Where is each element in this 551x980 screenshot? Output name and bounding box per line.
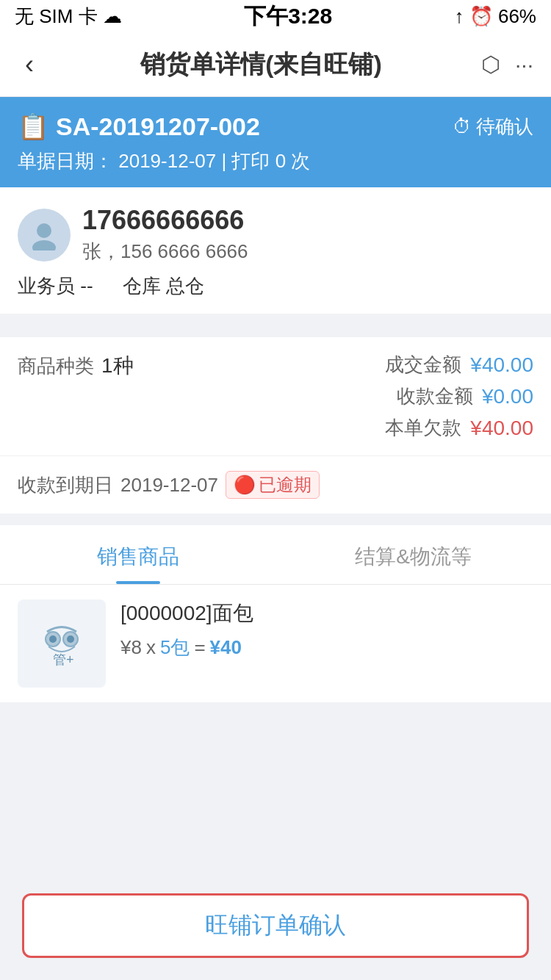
overdue-badge: 🔴 已逾期 (226, 471, 320, 499)
due-section: 收款到期日 2019-12-07 🔴 已逾期 (0, 456, 551, 514)
order-id: 📋 SA-20191207-002 (18, 112, 260, 141)
nav-title: 销货单详情(来自旺铺) (140, 48, 382, 82)
customer-row: 17666666666 张，156 6666 6666 (18, 205, 533, 264)
product-row: 管+ [0000002]面包 ¥8 x 5包 = ¥40 (18, 599, 533, 688)
product-qty: 5包 (160, 635, 190, 660)
due-value: 2019-12-07 (120, 474, 218, 497)
nav-actions: ⬡ ··· (481, 51, 533, 77)
product-price: ¥8 (120, 636, 142, 659)
overdue-icon: 🔴 (234, 475, 256, 495)
clock-icon: ⏱ (453, 115, 472, 138)
tab-sales-product[interactable]: 销售商品 (0, 525, 276, 584)
product-thumb-icon: 管+ (32, 611, 91, 676)
bottom-area (0, 702, 551, 908)
product-section: 管+ [0000002]面包 ¥8 x 5包 = ¥40 (0, 585, 551, 702)
svg-point-1 (32, 240, 56, 251)
customer-name: 张，156 6666 6666 (82, 239, 248, 264)
order-date-row: 单据日期： 2019-12-07 | 打印 0 次 (18, 148, 533, 174)
summary-right: 成交金额 ¥40.00 收款金额 ¥0.00 本单欠款 ¥40.00 (385, 352, 533, 441)
date-value: 2019-12-07 (118, 150, 216, 172)
customer-info: 17666666666 张，156 6666 6666 (82, 205, 248, 264)
confirm-btn-container: 旺铺订单确认 (22, 893, 529, 958)
order-icon: 📋 (18, 112, 48, 141)
tabs-section: 销售商品 结算&物流等 (0, 525, 551, 585)
header-row1: 📋 SA-20191207-002 ⏱ 待确认 (18, 112, 533, 141)
product-name: [0000002]面包 (120, 599, 533, 627)
svg-text:管+: 管+ (53, 652, 74, 667)
product-info: [0000002]面包 ¥8 x 5包 = ¥40 (120, 599, 533, 660)
summary-section: 商品种类 1种 成交金额 ¥40.00 收款金额 ¥0.00 本单欠款 ¥40.… (0, 337, 551, 455)
svg-point-0 (37, 223, 51, 238)
back-button[interactable]: ‹ (18, 42, 41, 87)
debt-line: 本单欠款 ¥40.00 (385, 415, 533, 441)
date-label: 单据日期： (18, 150, 113, 172)
status-time: 下午3:28 (244, 1, 332, 32)
status-right: ↑ ⏰ 66% (454, 5, 536, 28)
section-divider-2 (0, 514, 551, 525)
summary-left: 商品种类 1种 (18, 352, 134, 380)
status-badge: ⏱ 待确认 (453, 114, 533, 140)
status-bar: 无 SIM 卡 ☁ 下午3:28 ↑ ⏰ 66% (0, 0, 551, 32)
sales-value: -- (80, 275, 93, 297)
more-icon[interactable]: ··· (515, 52, 533, 77)
received-line: 收款金额 ¥0.00 (397, 383, 533, 409)
svg-point-4 (49, 635, 57, 643)
sales-info: 业务员 -- (18, 273, 93, 299)
product-price-row: ¥8 x 5包 = ¥40 (120, 635, 533, 660)
order-header: 📋 SA-20191207-002 ⏱ 待确认 单据日期： 2019-12-07… (0, 97, 551, 187)
customer-phone: 17666666666 (82, 205, 248, 236)
due-label: 收款到期日 (18, 472, 113, 498)
tab-settlement[interactable]: 结算&物流等 (276, 525, 551, 584)
product-thumbnail: 管+ (18, 599, 106, 688)
nav-bar: ‹ 销货单详情(来自旺铺) ⬡ ··· (0, 32, 551, 97)
warehouse-info: 仓库 总仓 (123, 273, 204, 299)
svg-point-5 (67, 635, 74, 643)
confirm-button[interactable]: 旺铺订单确认 (22, 893, 529, 958)
print-info: | 打印 0 次 (221, 150, 310, 172)
amount-line: 成交金额 ¥40.00 (385, 352, 533, 378)
product-multiply: x (146, 636, 156, 659)
product-equals: = (194, 636, 205, 659)
section-divider-1 (0, 325, 551, 337)
product-total: ¥40 (210, 636, 242, 659)
customer-section: 17666666666 张，156 6666 6666 业务员 -- 仓库 总仓 (0, 187, 551, 314)
warehouse-value: 总仓 (166, 275, 204, 297)
avatar (18, 209, 71, 262)
info-row: 业务员 -- 仓库 总仓 (18, 273, 533, 299)
overdue-text: 已逾期 (259, 473, 311, 497)
status-left: 无 SIM 卡 ☁ (15, 4, 122, 29)
share-icon[interactable]: ⬡ (481, 51, 500, 77)
